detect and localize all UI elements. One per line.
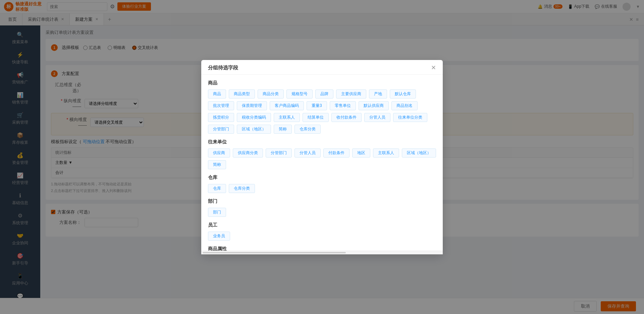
section-goods-title: 商品 [208,80,436,86]
field-main-supplier[interactable]: 主要供应商 [336,89,366,99]
field-admin-person[interactable]: 分管人员 [364,113,390,122]
field-tax-code[interactable]: 税收分类编码 [237,113,271,122]
section-dept-title: 部门 [208,198,436,204]
field-goods[interactable]: 商品 [208,89,226,99]
field-brand[interactable]: 品牌 [315,89,333,99]
field-dept[interactable]: 部门 [208,208,226,217]
field-area[interactable]: 地区 [352,148,370,158]
modal-title: 分组待选字段 [208,65,238,71]
field-goods-cat[interactable]: 商品分类 [258,89,284,99]
field-spec-model[interactable]: 规格型号 [286,89,313,99]
field-default-supplier[interactable]: 默认供应商 [359,101,389,110]
modal-hscroll[interactable] [201,251,443,254]
field-warehouse-cat[interactable]: 仓库分类 [229,184,255,193]
modal-body: 商品 商品 商品类型 商品分类 规格型号 品牌 主要供应商 产地 默认仓库 批次… [201,75,443,251]
field-main-contact[interactable]: 主联系人 [274,113,300,122]
field-abbr-partner[interactable]: 简称 [208,160,226,169]
modal-overlay: 分组待选字段 ✕ 商品 商品 商品类型 商品分类 规格型号 品牌 主要供应商 产… [0,0,644,314]
field-warehouse-cat-goods[interactable]: 仓库分类 [294,125,321,134]
field-origin[interactable]: 产地 [369,89,387,99]
field-admin-dept[interactable]: 分管部门 [208,125,234,134]
field-main-contact-partner[interactable]: 主联系人 [373,148,399,158]
section-goods-attrs-title: 商品属性 [208,246,436,251]
section-dept-fields: 部门 [208,208,436,217]
field-dept-partner[interactable]: 分管部门 [266,148,292,158]
field-supplier-cat[interactable]: 供应商分类 [233,148,263,158]
field-payment-terms[interactable]: 收付款条件 [331,113,362,122]
field-weight3[interactable]: 重量3 [307,101,327,110]
field-partner-cat[interactable]: 往来单位分类 [393,113,427,122]
section-warehouse-title: 仓库 [208,175,436,181]
field-abbr-goods[interactable]: 简称 [274,125,292,134]
field-warehouse[interactable]: 仓库 [208,184,226,193]
modal-close-btn[interactable]: ✕ [431,65,436,71]
field-batch-mgmt[interactable]: 批次管理 [208,101,234,110]
section-goods-fields: 商品 商品类型 商品分类 规格型号 品牌 主要供应商 产地 默认仓库 批次管理 … [208,89,436,134]
section-warehouse-fields: 仓库 仓库分类 [208,184,436,193]
hscroll-thumb[interactable] [203,252,346,253]
field-admin-person-partner[interactable]: 分管人员 [294,148,321,158]
field-pick-score[interactable]: 拣货积分 [208,113,234,122]
section-partner-fields: 供应商 供应商分类 分管部门 分管人员 付款条件 地区 主联系人 区域（地区） … [208,148,436,169]
field-sales-person[interactable]: 业务员 [208,232,230,241]
field-region-partner[interactable]: 区域（地区） [402,148,436,158]
field-goods-alias[interactable]: 商品别名 [391,101,418,110]
modal: 分组待选字段 ✕ 商品 商品 商品类型 商品分类 规格型号 品牌 主要供应商 产… [201,60,443,254]
field-settle-unit[interactable]: 结算单位 [303,113,329,122]
modal-header: 分组待选字段 ✕ [201,60,443,75]
field-goods-type[interactable]: 商品类型 [229,89,255,99]
field-region-goods[interactable]: 区域（地区） [237,125,271,134]
section-staff-title: 员工 [208,222,436,228]
section-partner-title: 往来单位 [208,139,436,145]
field-customer-code[interactable]: 客户商品编码 [270,101,304,110]
field-default-warehouse[interactable]: 默认仓库 [390,89,416,99]
section-staff-fields: 业务员 [208,232,436,241]
field-payment-cond[interactable]: 付款条件 [323,148,350,158]
field-retail-unit[interactable]: 零售单位 [330,101,356,110]
field-supplier[interactable]: 供应商 [208,148,230,158]
field-expiry-mgmt[interactable]: 保质期管理 [237,101,267,110]
